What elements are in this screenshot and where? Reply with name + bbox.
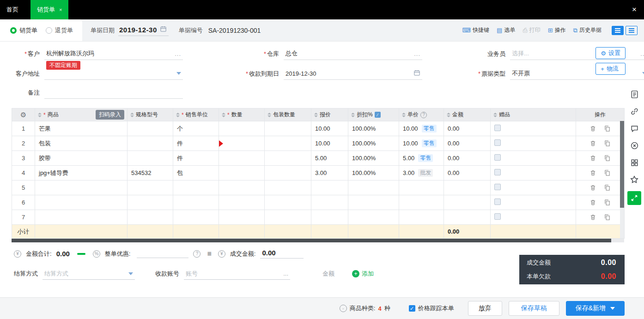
product-cell[interactable]: 胶带 xyxy=(35,151,128,166)
copy-icon[interactable] xyxy=(604,155,611,162)
copy-icon[interactable] xyxy=(604,125,611,132)
qty-cell[interactable] xyxy=(219,195,265,210)
spec-cell[interactable] xyxy=(128,195,173,210)
spec-cell[interactable] xyxy=(128,210,173,225)
discount-cell[interactable]: 100.00% xyxy=(348,151,399,166)
qty-cell[interactable] xyxy=(219,166,265,181)
gift-checkbox[interactable] xyxy=(494,199,501,205)
remark-field[interactable] xyxy=(44,86,183,99)
price-type-tag[interactable]: 零售 xyxy=(422,125,437,132)
receive-account-field[interactable]: 账号 ... xyxy=(184,268,290,280)
discount-cell[interactable] xyxy=(348,210,399,225)
pick-order-button[interactable]: ▤选单 xyxy=(497,26,515,34)
scan-input-button[interactable]: 扫码录入 xyxy=(96,110,124,120)
chevron-down-icon[interactable] xyxy=(128,272,133,275)
batch-edit-icon[interactable]: ∕ xyxy=(375,112,381,118)
calendar-icon[interactable] xyxy=(160,25,167,34)
pkg-cell[interactable] xyxy=(265,195,311,210)
tab-sales-order-active[interactable]: 销货单 × xyxy=(30,0,68,19)
spec-cell[interactable] xyxy=(128,181,173,195)
tab-home[interactable]: 首页 xyxy=(0,0,25,19)
circle-close-icon[interactable] xyxy=(629,140,640,151)
save-and-new-button[interactable]: 保存&新增 xyxy=(566,301,625,316)
tab-close-icon[interactable]: × xyxy=(59,7,62,12)
add-payment-button[interactable]: + 添加 xyxy=(352,270,374,278)
qty-cell[interactable] xyxy=(219,151,265,166)
discount-cell[interactable]: 100.00% xyxy=(348,166,399,181)
qty-cell[interactable] xyxy=(219,181,265,195)
col-discount[interactable]: 折扣%∕ xyxy=(348,108,399,121)
sort-icon[interactable] xyxy=(493,113,497,117)
more-icon[interactable]: ... xyxy=(640,50,644,57)
discount-cell[interactable]: 100.00% xyxy=(348,121,399,136)
settle-method-select[interactable]: 结算方式 xyxy=(43,268,135,280)
gift-checkbox[interactable] xyxy=(494,139,501,146)
delete-icon[interactable] xyxy=(589,169,596,176)
horizontal-scrollbar[interactable] xyxy=(12,239,624,242)
vertical-scrollbar[interactable] xyxy=(620,121,624,238)
price-type-tag[interactable]: 零售 xyxy=(418,154,433,162)
col-qty[interactable]: *数量 xyxy=(219,108,265,121)
col-unit[interactable]: *销售单位 xyxy=(173,108,219,121)
price-cell[interactable]: 10.00零售 xyxy=(399,121,444,136)
operate-button[interactable]: ⊞操作 xyxy=(548,26,566,34)
copy-icon[interactable] xyxy=(604,184,611,191)
col-amount[interactable]: 金额 xyxy=(444,108,491,121)
price-cell[interactable]: 5.00零售 xyxy=(399,151,444,166)
sort-icon[interactable] xyxy=(222,113,225,117)
quote-cell[interactable] xyxy=(311,195,348,210)
copy-icon[interactable] xyxy=(604,169,611,176)
apps-icon[interactable] xyxy=(629,157,640,168)
delete-icon[interactable] xyxy=(589,184,596,191)
pkg-cell[interactable] xyxy=(265,181,311,195)
radio-sales-order[interactable]: 销货单 xyxy=(10,26,37,35)
print-button[interactable]: ⎙打印 xyxy=(522,26,540,34)
help-icon[interactable]: ? xyxy=(420,112,427,118)
quote-cell[interactable]: 3.00 xyxy=(311,166,348,181)
price-type-tag[interactable]: 零售 xyxy=(422,139,437,147)
price-cell[interactable]: 3.00批发 xyxy=(399,166,444,181)
col-product[interactable]: *商品扫码录入 xyxy=(35,108,128,121)
cancel-button[interactable]: 放弃 xyxy=(468,301,502,316)
delete-icon[interactable] xyxy=(589,199,596,206)
quote-cell[interactable]: 10.00 xyxy=(311,121,348,136)
unit-cell[interactable] xyxy=(173,210,219,225)
calendar-icon[interactable] xyxy=(413,69,420,78)
discount-cell[interactable]: 100.00% xyxy=(348,136,399,151)
spec-cell[interactable]: 534532 xyxy=(128,166,173,181)
quote-cell[interactable]: 10.00 xyxy=(311,136,348,151)
unit-cell[interactable]: 件 xyxy=(173,151,219,166)
delete-icon[interactable] xyxy=(589,214,596,221)
pkg-cell[interactable] xyxy=(265,166,311,181)
address-field[interactable] xyxy=(44,67,183,80)
delete-icon[interactable] xyxy=(589,155,596,162)
star-icon[interactable] xyxy=(629,174,640,185)
shortcut-keys-button[interactable]: ⌨快捷键 xyxy=(462,26,489,34)
comment-icon[interactable] xyxy=(629,123,640,134)
pkg-cell[interactable] xyxy=(265,151,311,166)
gear-icon[interactable]: ⚙ xyxy=(15,111,32,119)
scrollbar-thumb[interactable] xyxy=(12,239,611,242)
radio-return-order[interactable]: 退货单 xyxy=(46,26,73,35)
sort-icon[interactable] xyxy=(267,113,271,117)
product-cell[interactable]: 芒果 xyxy=(35,121,128,136)
unit-cell[interactable]: 个 xyxy=(173,121,219,136)
form-icon[interactable] xyxy=(629,89,640,100)
unit-cell[interactable]: 包 xyxy=(173,166,219,181)
settings-button[interactable]: ⚙设置 xyxy=(595,47,626,59)
price-cell[interactable]: 10.00零售 xyxy=(399,136,444,151)
pkg-cell[interactable] xyxy=(265,121,311,136)
pkg-cell[interactable] xyxy=(265,136,311,151)
spec-cell[interactable] xyxy=(128,151,173,166)
unit-cell[interactable] xyxy=(173,181,219,195)
price-cell[interactable] xyxy=(399,181,444,195)
delete-icon[interactable] xyxy=(589,140,596,147)
price-cell[interactable] xyxy=(399,210,444,225)
quote-cell[interactable] xyxy=(311,181,348,195)
deal-amount-value[interactable]: 0.00 xyxy=(260,249,303,259)
price-track-option[interactable]: ✓ 价格跟踪本单 xyxy=(409,304,454,313)
warehouse-field[interactable]: 总仓 ... xyxy=(284,48,422,60)
more-icon[interactable]: ... xyxy=(175,50,181,57)
spec-cell[interactable] xyxy=(128,136,173,151)
due-date-field[interactable]: 2019-12-30 xyxy=(284,67,422,80)
